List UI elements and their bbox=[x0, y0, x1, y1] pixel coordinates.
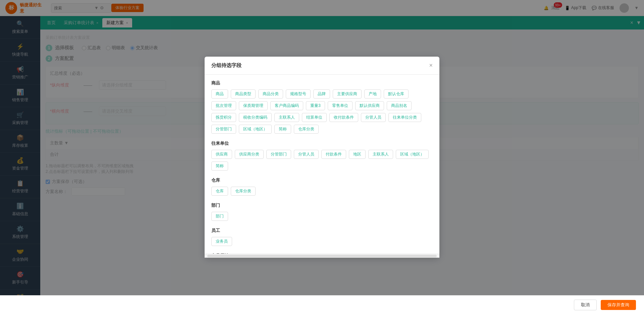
field-section-商品: 商品商品商品类型商品分类规格型号品牌主要供应商产地默认仓库批次管理保质期管理客户… bbox=[211, 80, 433, 134]
field-section-仓库: 仓库仓库仓库分类 bbox=[211, 177, 433, 196]
field-tag[interactable]: 规格型号 bbox=[286, 89, 311, 99]
field-tag[interactable]: 零售单位 bbox=[328, 101, 353, 110]
field-tag[interactable]: 默认仓库 bbox=[384, 89, 409, 99]
field-tag[interactable]: 供应商 bbox=[211, 150, 232, 159]
modal-close-button[interactable]: × bbox=[429, 62, 433, 69]
field-section-title: 商品 bbox=[211, 80, 433, 86]
field-section-title: 部门 bbox=[211, 202, 433, 205]
modal-body: 商品商品商品类型商品分类规格型号品牌主要供应商产地默认仓库批次管理保质期管理客户… bbox=[205, 75, 439, 205]
field-tag[interactable]: 分管人员 bbox=[294, 150, 319, 159]
field-tags: 商品商品类型商品分类规格型号品牌主要供应商产地默认仓库批次管理保质期管理客户商品… bbox=[211, 89, 433, 134]
field-tag[interactable]: 保质期管理 bbox=[239, 101, 268, 110]
field-tag[interactable]: 商品类型 bbox=[231, 89, 256, 99]
field-tag[interactable]: 结算单位 bbox=[302, 113, 327, 122]
field-tag[interactable]: 付款条件 bbox=[321, 150, 346, 159]
modal-header: 分组待选字段 × bbox=[205, 57, 439, 75]
field-tag[interactable]: 仓库分类 bbox=[231, 187, 256, 196]
field-tag[interactable]: 商品别名 bbox=[387, 101, 412, 110]
field-tag[interactable]: 产地 bbox=[364, 89, 381, 99]
field-tag[interactable]: 供应商分类 bbox=[235, 150, 264, 159]
field-section-往来单位: 往来单位供应商供应商分类分管部门分管人员付款条件地区主联系人区域（地区）简称 bbox=[211, 140, 433, 171]
field-tag[interactable]: 主联系人 bbox=[274, 113, 299, 122]
field-tag[interactable]: 收付款条件 bbox=[329, 113, 358, 122]
field-tags: 仓库仓库分类 bbox=[211, 187, 433, 196]
field-section-title: 往来单位 bbox=[211, 140, 433, 146]
field-selection-modal: 分组待选字段 × 商品商品商品类型商品分类规格型号品牌主要供应商产地默认仓库批次… bbox=[205, 57, 439, 205]
field-tags: 供应商供应商分类分管部门分管人员付款条件地区主联系人区域（地区）简称 bbox=[211, 150, 433, 171]
field-tag[interactable]: 分管部门 bbox=[211, 125, 236, 134]
field-tag[interactable]: 默认供应商 bbox=[355, 101, 384, 110]
field-tag[interactable]: 税收分类编码 bbox=[239, 113, 272, 122]
field-tag[interactable]: 主要供应商 bbox=[333, 89, 362, 99]
field-tag[interactable]: 主联系人 bbox=[368, 150, 393, 159]
field-tag[interactable]: 分管人员 bbox=[361, 113, 386, 122]
field-tag[interactable]: 分管部门 bbox=[266, 150, 291, 159]
field-tag[interactable]: 品牌 bbox=[313, 89, 330, 99]
field-tag[interactable]: 区域（地区） bbox=[239, 125, 272, 134]
modal-title: 分组待选字段 bbox=[211, 62, 241, 69]
field-tag[interactable]: 往来单位分类 bbox=[388, 113, 421, 122]
field-tag[interactable]: 批次管理 bbox=[211, 101, 236, 110]
field-tag[interactable]: 仓库 bbox=[211, 187, 228, 196]
field-tag[interactable]: 仓库分类 bbox=[294, 125, 319, 134]
field-tag[interactable]: 简称 bbox=[274, 125, 291, 134]
field-tag[interactable]: 客户商品编码 bbox=[270, 101, 303, 110]
field-section-title: 仓库 bbox=[211, 177, 433, 183]
field-section-部门: 部门部门 bbox=[211, 202, 433, 205]
field-tag[interactable]: 简称 bbox=[211, 162, 228, 171]
field-tag[interactable]: 地区 bbox=[349, 150, 366, 159]
field-tag[interactable]: 区域（地区） bbox=[396, 150, 429, 159]
modal-overlay: 分组待选字段 × 商品商品商品类型商品分类规格型号品牌主要供应商产地默认仓库批次… bbox=[0, 0, 644, 205]
field-tag[interactable]: 商品 bbox=[211, 89, 228, 99]
field-tag[interactable]: 拣货积分 bbox=[211, 113, 236, 122]
field-tag[interactable]: 商品分类 bbox=[258, 89, 283, 99]
field-tag[interactable]: 重量3 bbox=[306, 101, 325, 110]
